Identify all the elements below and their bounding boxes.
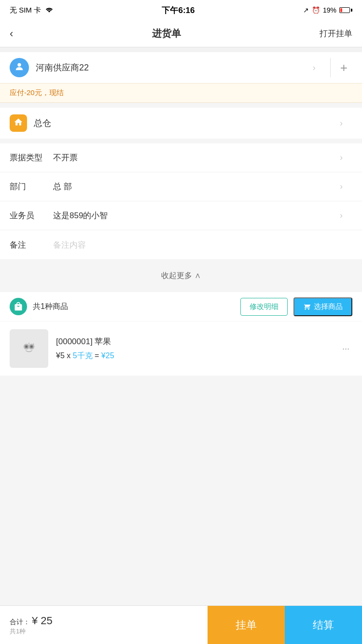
dept-value: 总 部 [48, 181, 340, 192]
form-section: 票据类型 不开票 › 部门 总 部 › 业务员 这是859的小智 › 备注 备注… [0, 143, 362, 259]
checkout-label: 结算 [313, 618, 334, 632]
page-title: 进货单 [152, 27, 181, 40]
sales-label: 业务员 [10, 210, 48, 221]
remark-row[interactable]: 备注 备注内容 [0, 230, 362, 259]
product-thumbnail [10, 329, 48, 368]
warehouse-name: 总仓 [34, 117, 340, 129]
product-price-row: ¥5 x 5千克 = ¥25 [56, 351, 332, 361]
notice-text: 应付-20元，现结 [10, 88, 64, 97]
total-sub-label: 共1种 [10, 627, 198, 636]
svg-point-5 [26, 346, 27, 348]
status-time: 下午6:16 [162, 5, 195, 16]
supplier-chevron-icon: › [313, 63, 316, 73]
battery-icon [339, 7, 352, 13]
invoice-type-row[interactable]: 票据类型 不开票 › [0, 143, 362, 172]
sales-chevron-icon: › [340, 210, 343, 221]
collapse-button[interactable]: 收起更多 ∧ [0, 264, 362, 287]
equals: = [95, 351, 101, 360]
unit-price: ¥5 x [56, 351, 73, 360]
supplier-divider [330, 58, 331, 77]
product-icon-bg [10, 298, 27, 315]
total-label: 合计： [10, 618, 30, 627]
warehouse-section[interactable]: 总仓 › [0, 108, 362, 139]
svg-marker-8 [33, 343, 34, 345]
svg-point-0 [17, 63, 21, 66]
remark-placeholder: 备注内容 [48, 239, 352, 251]
alarm-icon: ⏰ [312, 6, 320, 14]
dept-label: 部门 [10, 181, 48, 192]
invoice-type-value: 不开票 [48, 152, 340, 163]
avatar-icon [14, 61, 25, 74]
invoice-type-label: 票据类型 [10, 152, 48, 163]
dept-row[interactable]: 部门 总 部 › [0, 172, 362, 201]
supplier-section[interactable]: 河南供应商22 › + [0, 52, 362, 83]
supplier-name: 河南供应商22 [36, 62, 313, 73]
open-pending-button[interactable]: 打开挂单 [320, 28, 352, 39]
product-more-button[interactable]: ··· [339, 341, 352, 357]
status-right: ↗ ⏰ 19% [303, 6, 352, 14]
svg-marker-7 [28, 342, 30, 344]
edit-detail-button[interactable]: 修改明细 [240, 298, 288, 316]
status-bar: 无 SIM 卡 下午6:16 ↗ ⏰ 19% [0, 0, 362, 20]
total-price: ¥25 [101, 351, 114, 360]
supplier-avatar [10, 58, 29, 77]
warehouse-icon-bg [10, 114, 27, 132]
product-count-label: 共1种商品 [33, 302, 235, 312]
select-product-label: 选择商品 [314, 302, 343, 311]
bottom-bar: 合计： ¥ 25 共1种 挂单 结算 [0, 605, 362, 644]
invoice-type-chevron-icon: › [340, 153, 343, 163]
bottom-spacer [0, 376, 362, 419]
svg-point-6 [31, 346, 32, 348]
product-item: [0000001] 苹果 ¥5 x 5千克 = ¥25 ··· [0, 322, 362, 376]
product-info: [0000001] 苹果 ¥5 x 5千克 = ¥25 [56, 336, 332, 361]
sales-row[interactable]: 业务员 这是859的小智 › [0, 201, 362, 230]
shopping-bag-icon [14, 302, 23, 311]
product-header: 共1种商品 修改明细 选择商品 [0, 292, 362, 321]
quantity: 5千克 [73, 351, 93, 360]
status-left: 无 SIM 卡 [10, 6, 54, 15]
dept-chevron-icon: › [340, 182, 343, 192]
notice-banner: 应付-20元，现结 [0, 83, 362, 103]
back-button[interactable]: ‹ [10, 28, 13, 40]
product-name: [0000001] 苹果 [56, 336, 332, 347]
checkout-button[interactable]: 结算 [285, 606, 362, 644]
wifi-icon [45, 6, 54, 14]
sales-value: 这是859的小智 [48, 210, 340, 221]
product-code: [0000001] 苹果 [56, 337, 111, 346]
section-divider-1 [0, 47, 362, 52]
cart-icon [303, 303, 311, 310]
add-supplier-button[interactable]: + [335, 60, 352, 75]
carrier-text: 无 SIM 卡 [10, 6, 41, 15]
remark-label: 备注 [10, 239, 48, 251]
warehouse-icon [14, 117, 23, 129]
warehouse-chevron-icon: › [340, 118, 343, 128]
location-icon: ↗ [303, 6, 309, 14]
hang-order-label: 挂单 [236, 618, 257, 632]
total-amount: ¥ 25 [32, 615, 53, 627]
collapse-text: 收起更多 ∧ [161, 271, 200, 281]
nav-bar: ‹ 进货单 打开挂单 [0, 20, 362, 47]
product-thumb-logo [19, 339, 39, 358]
hang-order-button[interactable]: 挂单 [208, 606, 285, 644]
total-section: 合计： ¥ 25 共1种 [0, 606, 208, 644]
select-product-button[interactable]: 选择商品 [293, 297, 352, 316]
battery-percent: 19% [323, 6, 336, 14]
